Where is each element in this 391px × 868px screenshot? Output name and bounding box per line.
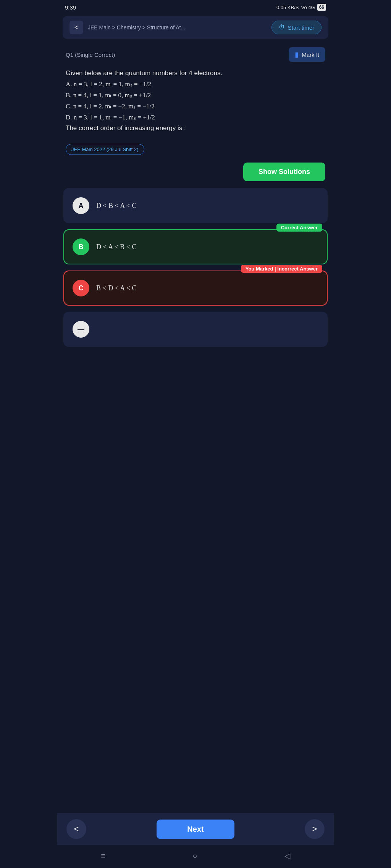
network: Vo 4G (301, 5, 315, 10)
breadcrumb: JEE Main > Chemistry > Structure of At..… (88, 24, 185, 31)
mark-it-label: Mark It (302, 52, 319, 58)
start-timer-label: Start timer (288, 24, 314, 31)
option-circle-c: C (73, 280, 89, 296)
status-bar: 9:39 0.05 KB/S Vo 4G 66 (57, 0, 334, 13)
option-text-b: D < A < B < C (96, 243, 136, 251)
incorrect-badge-wrap: You Marked | Incorrect Answer (241, 265, 322, 272)
home-icon: ○ (192, 852, 197, 860)
question-line-c: C. n = 4, l = 2, mₗ = −2, mₛ = −1/2 (66, 101, 325, 112)
question-label: Q1 (Single Correct) (66, 52, 115, 58)
option-wrapper-d: — (63, 312, 328, 347)
time: 9:39 (65, 4, 76, 11)
show-solutions-wrap: Show Solutions (57, 159, 334, 188)
header: < JEE Main > Chemistry > Structure of At… (63, 16, 328, 39)
options-area: A D < B < A < C Correct Answer B D < A <… (57, 188, 334, 353)
option-circle-b: B (73, 238, 89, 255)
option-text-a: D < B < A < C (96, 202, 136, 210)
option-card-c[interactable]: C B < D < A < C (63, 271, 328, 306)
mark-it-button[interactable]: ▮ Mark It (289, 47, 325, 62)
option-circle-a: A (73, 197, 89, 214)
start-timer-button[interactable]: ⏱ Start timer (271, 21, 322, 34)
back-icon: ◁ (284, 851, 290, 860)
prev-button[interactable]: < (66, 819, 86, 839)
bookmark-icon: ▮ (295, 50, 299, 59)
option-circle-d: — (73, 321, 89, 338)
tag-badge-label: JEE Main 2022 (29 Jul Shift 2) (66, 144, 144, 155)
correct-badge-wrap: Correct Answer (276, 224, 322, 231)
show-solutions-button[interactable]: Show Solutions (243, 163, 325, 181)
question-intro: Given below are the quantum numbers for … (66, 68, 325, 79)
option-card-d[interactable]: — (63, 312, 328, 347)
option-wrapper-c: You Marked | Incorrect Answer C B < D < … (63, 271, 328, 306)
question-header: Q1 (Single Correct) ▮ Mark It (57, 42, 334, 65)
question-body: Given below are the quantum numbers for … (57, 65, 334, 138)
bottom-nav: < Next > (57, 813, 334, 845)
speed: 0.05 KB/S (276, 5, 299, 10)
battery: 66 (317, 4, 326, 11)
question-line-d: D. n = 3, l = 1, mₗ = −1, mₛ = +1/2 (66, 112, 325, 123)
question-line-a: A. n = 3, l = 2, mₗ = 1, mₛ = +1/2 (66, 79, 325, 90)
back-button[interactable]: < (69, 21, 83, 34)
question-end: The correct order of increasing energy i… (66, 123, 325, 134)
system-bar: ≡ ○ ◁ (57, 845, 334, 868)
header-left: < JEE Main > Chemistry > Structure of At… (69, 21, 185, 34)
option-text-c: B < D < A < C (96, 284, 136, 292)
jee-tag: JEE Main 2022 (29 Jul Shift 2) (57, 138, 334, 159)
timer-icon: ⏱ (279, 24, 285, 31)
option-card-b[interactable]: B D < A < B < C (63, 229, 328, 264)
incorrect-badge: You Marked | Incorrect Answer (241, 265, 322, 273)
option-wrapper-b: Correct Answer B D < A < B < C (63, 229, 328, 264)
correct-badge: Correct Answer (276, 224, 322, 232)
option-wrapper-a: A D < B < A < C (63, 188, 328, 223)
menu-icon: ≡ (101, 852, 105, 860)
option-card-a[interactable]: A D < B < A < C (63, 188, 328, 223)
next-arrow-button[interactable]: > (305, 819, 325, 839)
next-button[interactable]: Next (157, 820, 234, 839)
question-line-b: B. n = 4, l = 1, mₗ = 0, mₛ = +1/2 (66, 90, 325, 101)
